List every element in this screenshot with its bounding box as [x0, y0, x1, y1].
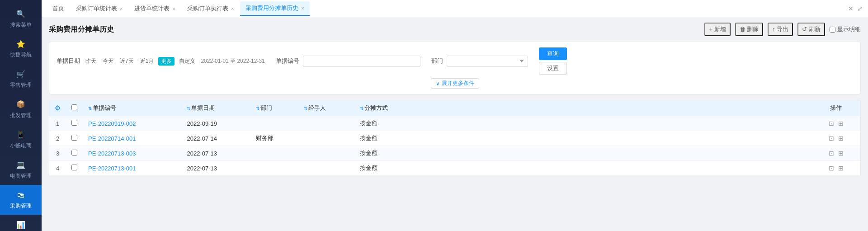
show-cols-checkbox[interactable]: 显示明细 — [830, 25, 861, 33]
table-header-row: ⚙ ⇅单据编号 ⇅单据日期 ⇅部门 — [49, 100, 860, 116]
edit-icon-0[interactable]: ⊡ — [829, 120, 834, 127]
dept-col-header[interactable]: ⇅部门 — [250, 100, 298, 116]
select-all-checkbox[interactable] — [71, 104, 77, 110]
data-table: ⚙ ⇅单据编号 ⇅单据日期 ⇅部门 — [49, 100, 860, 176]
doc-num-field: 单据编号 — [276, 56, 420, 67]
row-doc-date-1: 2022-07-14 — [181, 131, 250, 146]
edit-icon-1[interactable]: ⊡ — [829, 135, 834, 142]
row-split-method-2: 按金额 — [354, 146, 812, 161]
doc-num-col-header[interactable]: ⇅单据编号 — [83, 100, 181, 116]
row-op-2: ⊡ ⊞ — [812, 146, 860, 161]
dept-select[interactable]: 财务部 — [447, 56, 528, 67]
row-num-0: 1 — [49, 116, 66, 131]
table-config-icon[interactable]: ⚙ — [55, 104, 61, 112]
purchase-icon: 🛍 — [0, 189, 42, 201]
tab-purchase-order-exec[interactable]: 采购订单执行表× — [182, 1, 239, 16]
delete-button[interactable]: 🗑 删除 — [735, 23, 764, 36]
today-btn[interactable]: 今天 — [101, 57, 115, 66]
row-check-input-2[interactable] — [71, 150, 77, 156]
row-split-method-3: 按金额 — [354, 161, 812, 176]
sidebar-item-retail[interactable]: 🛒零售管理 — [0, 64, 42, 94]
add-button[interactable]: + 新增 — [704, 23, 730, 36]
sidebar-label-purchase: 采购管理 — [10, 203, 32, 209]
query-button[interactable]: 查询 — [539, 47, 567, 60]
custom-btn[interactable]: 自定义 — [177, 57, 197, 66]
expand-label: 展开更多条件 — [442, 80, 474, 87]
row-dept-1: 财务部 — [250, 131, 298, 146]
sidebar-item-purchase[interactable]: 🛍采购管理 — [0, 185, 42, 215]
maximize-window-icon[interactable]: ⤢ — [857, 5, 863, 12]
tab-close-purchase-order-exec[interactable]: × — [231, 6, 234, 11]
tab-label-purchase-order-exec: 采购订单执行表 — [187, 5, 228, 13]
data-table-wrap: ⚙ ⇅单据编号 ⇅单据日期 ⇅部门 — [49, 100, 861, 176]
sidebar-item-inventory[interactable]: 📊库存核算 — [0, 215, 42, 231]
close-window-icon[interactable]: ✕ — [848, 5, 854, 12]
last1month-btn[interactable]: 近1月 — [138, 57, 156, 66]
more-btn[interactable]: 更多 — [158, 57, 175, 66]
ecommerce-icon: 💻 — [0, 159, 42, 171]
tab-close-purchase-order-stats[interactable]: × — [120, 6, 123, 11]
edit-icon-3[interactable]: ⊡ — [829, 165, 834, 172]
search-row: 单据日期 昨天 今天 近7天 近1月 更多 自定义 2022-01-01 至 2… — [57, 47, 853, 75]
sidebar-item-search[interactable]: 🔍搜索菜单 — [0, 4, 42, 34]
doc-num-link-0[interactable]: PE-20220919-002 — [88, 120, 136, 127]
settings-button[interactable]: 设置 — [539, 62, 567, 75]
tab-purchase-order-stats[interactable]: 采购订单统计表× — [71, 1, 128, 16]
tab-purchase-cost-history[interactable]: 采购费用分摊单历史× — [240, 1, 309, 16]
tab-close-purchase-receipt-stats[interactable]: × — [172, 6, 175, 11]
date-field: 单据日期 昨天 今天 近7天 近1月 更多 自定义 2022-01-01 至 2… — [57, 57, 265, 66]
row-check-input-1[interactable] — [71, 135, 77, 141]
config-col-header: ⚙ — [49, 100, 66, 116]
row-num-1: 2 — [49, 131, 66, 146]
detail-icon-0[interactable]: ⊞ — [838, 120, 844, 127]
op-col-header: 操作 — [812, 100, 860, 116]
sidebar-item-wholesale[interactable]: 📦批发管理 — [0, 94, 42, 124]
tab-home[interactable]: 首页 — [47, 1, 70, 16]
refresh-button[interactable]: ↺ 刷新 — [797, 23, 825, 36]
doc-date-col-header[interactable]: ⇅单据日期 — [181, 100, 250, 116]
row-check-input-3[interactable] — [71, 165, 77, 170]
row-dept-3 — [250, 161, 298, 176]
last7days-btn[interactable]: 近7天 — [118, 57, 136, 66]
sidebar-item-ecommerce[interactable]: 💻电商管理 — [0, 155, 42, 185]
content-area: 采购费用分摊单历史 + 新增 🗑 删除 ↑ 导出 ↺ 刷新 显示明细 单据日期 — [42, 17, 868, 231]
page-header: 采购费用分摊单历史 + 新增 🗑 删除 ↑ 导出 ↺ 刷新 显示明细 — [49, 23, 861, 36]
row-doc-date-3: 2022-07-13 — [181, 161, 250, 176]
sidebar-label-mobile: 小畅电商 — [10, 142, 32, 149]
detail-icon-2[interactable]: ⊞ — [838, 150, 844, 157]
handler-sort-icon: ⇅ — [304, 106, 307, 111]
doc-num-link-2[interactable]: PE-20220713-003 — [88, 150, 136, 157]
row-check-input-0[interactable] — [71, 120, 77, 126]
export-button[interactable]: ↑ 导出 — [768, 23, 793, 36]
detail-icon-1[interactable]: ⊞ — [838, 135, 844, 142]
tab-close-purchase-cost-history[interactable]: × — [301, 5, 304, 11]
tab-label-home: 首页 — [52, 5, 64, 13]
dept-sort-icon: ⇅ — [256, 106, 259, 111]
row-doc-date-0: 2022-09-19 — [181, 116, 250, 131]
doc-num-sort-icon: ⇅ — [88, 106, 92, 111]
handler-col-header[interactable]: ⇅经手人 — [298, 100, 354, 116]
query-settings-group: 查询 设置 — [539, 47, 567, 75]
split-method-col-header[interactable]: ⇅分摊方式 — [354, 100, 812, 116]
doc-num-link-1[interactable]: PE-20220714-001 — [88, 135, 136, 142]
row-op-1: ⊡ ⊞ — [812, 131, 860, 146]
yesterday-btn[interactable]: 昨天 — [84, 57, 98, 66]
sidebar-item-shortcut[interactable]: ⭐快捷导航 — [0, 34, 42, 64]
table-body: 1 PE-20220919-002 2022-09-19 按金额 ⊡ ⊞ 2 P… — [49, 116, 860, 176]
row-doc-num-2: PE-20220713-003 — [83, 146, 181, 161]
table-row: 2 PE-20220714-001 2022-07-14 财务部 按金额 ⊡ ⊞ — [49, 131, 860, 146]
row-dept-0 — [250, 116, 298, 131]
tab-purchase-receipt-stats[interactable]: 进货单统计表× — [129, 1, 180, 16]
checkbox-col-header — [66, 100, 83, 116]
tab-actions: ✕ ⤢ — [848, 5, 863, 12]
expand-more-button[interactable]: ∨ 展开更多条件 — [431, 78, 479, 89]
doc-num-label: 单据编号 — [276, 57, 299, 65]
detail-icon-3[interactable]: ⊞ — [838, 165, 844, 172]
edit-icon-2[interactable]: ⊡ — [829, 150, 834, 157]
search-icon: 🔍 — [0, 8, 42, 20]
doc-num-link-3[interactable]: PE-20220713-001 — [88, 165, 136, 172]
sidebar-item-mobile[interactable]: 📱小畅电商 — [0, 124, 42, 155]
show-cols-input[interactable] — [830, 27, 835, 33]
row-handler-0 — [298, 116, 354, 131]
doc-num-input[interactable] — [303, 56, 420, 67]
